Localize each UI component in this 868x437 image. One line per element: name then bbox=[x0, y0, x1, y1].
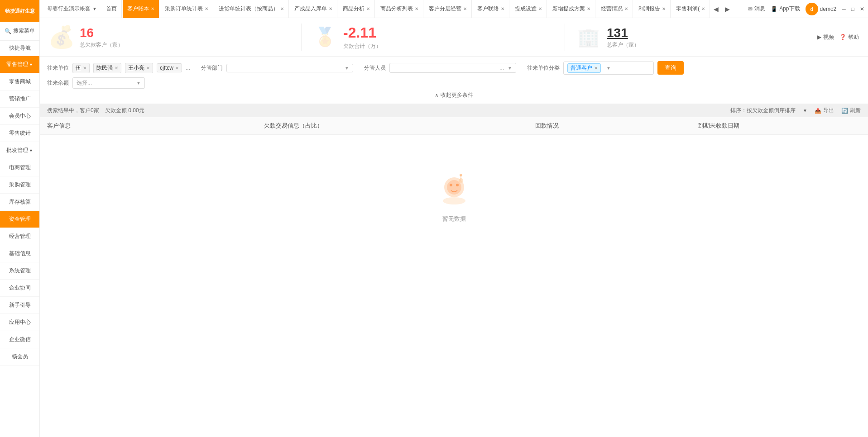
tab-customer-contact-label: 客户联络 bbox=[477, 5, 499, 13]
empty-state: 暂无数据 bbox=[40, 135, 868, 259]
result-info: 搜索结果中，客户0家 欠款金额 0.00元 bbox=[47, 107, 144, 114]
sidebar-item-new-guide[interactable]: 新手引导 bbox=[0, 297, 39, 314]
tab-profit-report[interactable]: 利润报告 ✕ bbox=[634, 0, 671, 18]
tab-cost-stock-in[interactable]: 产成品入库单 ✕ bbox=[290, 0, 337, 18]
tab-product-analysis[interactable]: 商品分析 ✕ bbox=[338, 0, 375, 18]
sidebar-item-operations[interactable]: 经营管理 bbox=[0, 228, 39, 245]
filter-tag-unit2-label: 陈民强 bbox=[96, 64, 113, 72]
filter-tag-unit4-label: cjttcw bbox=[160, 65, 173, 71]
dept-chevron-icon: ▼ bbox=[345, 66, 349, 71]
filter-tag-unit4-close[interactable]: ✕ bbox=[175, 66, 179, 71]
sidebar-item-inventory[interactable]: 库存核算 bbox=[0, 194, 39, 211]
sidebar-item-marketing[interactable]: 营销推广 bbox=[0, 90, 39, 108]
window-close[interactable]: ✕ bbox=[860, 6, 864, 12]
filter-tag-unit1-close[interactable]: ✕ bbox=[83, 66, 86, 71]
tab-home[interactable]: 首页 bbox=[101, 0, 122, 18]
tab-new-promotion[interactable]: 新增提成方案 ✕ bbox=[548, 0, 595, 18]
tab-retail-profit-close[interactable]: ✕ bbox=[701, 6, 705, 11]
sidebar-item-enterprise-collab[interactable]: 企业协同 bbox=[0, 280, 39, 297]
tab-purchase-order-stats[interactable]: 采购订单统计表 ✕ bbox=[160, 0, 213, 18]
unit-filter-more[interactable]: ... bbox=[186, 65, 190, 71]
retail-mgmt-label: 零售管理 bbox=[6, 61, 28, 68]
sidebar-item-basic-info[interactable]: 基础信息 bbox=[0, 245, 39, 262]
tab-product-analysis-list-close[interactable]: ✕ bbox=[415, 6, 418, 11]
refresh-icon: 🔄 bbox=[841, 108, 848, 114]
sidebar-item-retail-stats[interactable]: 零售统计 bbox=[0, 125, 39, 142]
tab-product-analysis-list[interactable]: 商品分析列表 ✕ bbox=[376, 0, 423, 18]
tab-customer-contact[interactable]: 客户联络 ✕ bbox=[473, 0, 509, 18]
col-debt-transaction: 欠款交易信息（占比） bbox=[264, 122, 535, 130]
tab-cost-stock-in-close[interactable]: ✕ bbox=[329, 6, 332, 11]
balance-dropdown[interactable]: 选择... ▼ bbox=[72, 77, 145, 89]
tab-nav-left[interactable]: ◀ bbox=[711, 4, 721, 14]
refresh-button[interactable]: 🔄 刷新 bbox=[841, 107, 861, 114]
tab-business-situation-close[interactable]: ✕ bbox=[624, 6, 628, 11]
collapse-button[interactable]: ∧ 收起更多条件 bbox=[435, 91, 473, 99]
search-menu-button[interactable]: 🔍 搜索菜单 bbox=[3, 25, 37, 37]
sidebar-item-finance-mgmt[interactable]: 资金管理 bbox=[0, 211, 39, 228]
tab-customer-segment[interactable]: 客户分层经营 ✕ bbox=[424, 0, 472, 18]
svg-point-3 bbox=[450, 184, 452, 186]
tab-customer-book[interactable]: 客户账本 ✕ bbox=[123, 0, 159, 18]
user-profile[interactable]: d demo2 bbox=[806, 3, 837, 15]
tab-promotion-settings-label: 提成设置 bbox=[515, 5, 537, 13]
export-label: 导出 bbox=[823, 107, 834, 114]
tab-customer-segment-close[interactable]: ✕ bbox=[463, 6, 467, 11]
classification-tag-close[interactable]: ✕ bbox=[594, 66, 598, 71]
stat-total-customers: 131 总客户（家） bbox=[607, 25, 657, 49]
tab-business-situation[interactable]: 经营情况 ✕ bbox=[596, 0, 633, 18]
tab-purchase-order-stats-close[interactable]: ✕ bbox=[205, 6, 208, 11]
total-customers-label: 总客户（家） bbox=[607, 41, 639, 49]
tab-profit-report-close[interactable]: ✕ bbox=[662, 6, 666, 11]
filter-tag-unit1: 伍 ✕ bbox=[72, 63, 90, 73]
video-button[interactable]: ▶ 视频 bbox=[817, 33, 834, 41]
tab-retail-profit-label: 零售利润( bbox=[676, 5, 700, 13]
basic-info-label: 基础信息 bbox=[9, 250, 31, 256]
tab-new-promotion-close[interactable]: ✕ bbox=[587, 6, 590, 11]
messages-button[interactable]: ✉ 消息 bbox=[748, 5, 765, 13]
tab-customer-book-close[interactable]: ✕ bbox=[151, 6, 154, 11]
filter-tag-unit3-close[interactable]: ✕ bbox=[146, 66, 150, 71]
sidebar-item-system-mgmt[interactable]: 系统管理 bbox=[0, 262, 39, 280]
window-minimize[interactable]: ─ bbox=[842, 6, 846, 12]
sidebar-item-member-center[interactable]: 会员中心 bbox=[0, 108, 39, 125]
sidebar-item-retail-mall[interactable]: 零售商城 bbox=[0, 73, 39, 90]
tab-promotion-settings[interactable]: 提成设置 ✕ bbox=[510, 0, 547, 18]
dept-dropdown[interactable]: ▼ bbox=[226, 64, 353, 72]
help-label: 帮助 bbox=[848, 33, 859, 41]
sidebar-item-ecommerce[interactable]: 电商管理 bbox=[0, 159, 39, 176]
account-selector[interactable]: 母婴行业演示帐套 ▼ bbox=[43, 5, 101, 13]
quick-nav-button[interactable]: 快捷导航 bbox=[0, 41, 39, 56]
tab-promotion-settings-close[interactable]: ✕ bbox=[538, 6, 542, 11]
tab-retail-profit[interactable]: 零售利润( ✕ bbox=[671, 0, 710, 18]
help-button[interactable]: ❓ 帮助 bbox=[839, 33, 859, 41]
ecommerce-label: 电商管理 bbox=[9, 164, 31, 171]
classification-chevron-icon: ▼ bbox=[606, 66, 611, 71]
topbar-tabs: 母婴行业演示帐套 ▼ 首页 客户账本 ✕ 采购订单统计表 ✕ 进货单统计表（按商… bbox=[43, 0, 744, 18]
sidebar-item-wholesale-mgmt[interactable]: 批发管理 ▼ bbox=[0, 142, 39, 159]
purchase-mgmt-label: 采购管理 bbox=[9, 181, 31, 188]
balance-chevron-icon: ▼ bbox=[136, 81, 141, 86]
sidebar-item-enterprise-wechat[interactable]: 企业微信 bbox=[0, 331, 39, 348]
sidebar-item-vip[interactable]: 畅会员 bbox=[0, 348, 39, 366]
tab-nav-right[interactable]: ▶ bbox=[722, 4, 733, 14]
window-maximize[interactable]: □ bbox=[851, 6, 854, 12]
badge-icon: 🏅 bbox=[312, 24, 338, 50]
tab-customer-contact-close[interactable]: ✕ bbox=[501, 6, 504, 11]
sidebar-item-retail-mgmt[interactable]: 零售管理 ▼ bbox=[0, 56, 39, 73]
filter-tag-unit2-close[interactable]: ✕ bbox=[115, 66, 118, 71]
tab-stock-in-stats-close[interactable]: ✕ bbox=[280, 6, 284, 11]
export-button[interactable]: 📤 导出 bbox=[815, 107, 834, 114]
tab-product-analysis-close[interactable]: ✕ bbox=[366, 6, 370, 11]
classification-dropdown[interactable]: 普通客户 ✕ ▼ bbox=[563, 62, 654, 75]
sidebar-item-app-center[interactable]: 应用中心 bbox=[0, 314, 39, 331]
sidebar-item-purchase-mgmt[interactable]: 采购管理 bbox=[0, 176, 39, 194]
tab-stock-in-stats[interactable]: 进货单统计表（按商品） ✕ bbox=[214, 0, 289, 18]
query-button[interactable]: 查询 bbox=[657, 61, 684, 75]
person-dropdown[interactable]: ... ▼ bbox=[389, 63, 516, 73]
person-filter-more[interactable]: ... bbox=[499, 65, 504, 71]
person-filter-label: 分管人员 bbox=[364, 64, 386, 72]
collapse-row: ∧ 收起更多条件 bbox=[47, 91, 861, 99]
retail-stats-label: 零售统计 bbox=[9, 130, 31, 136]
app-download-button[interactable]: 📱 App下载 bbox=[771, 5, 800, 13]
